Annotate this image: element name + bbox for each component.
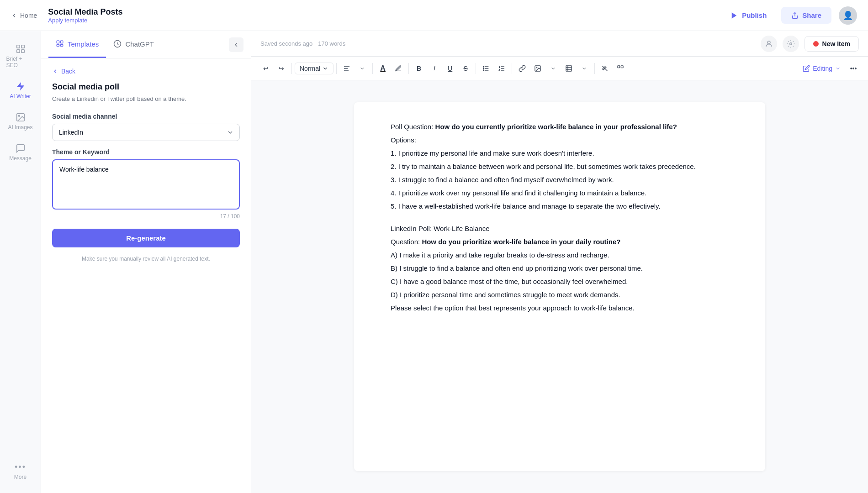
format-select[interactable]: Normal — [295, 63, 333, 74]
question-line: Question: How do you prioritize work-lif… — [391, 236, 729, 248]
table-button[interactable] — [561, 61, 576, 76]
title-group: Social Media Posts Apply template — [48, 7, 122, 24]
share-button[interactable]: Share — [781, 7, 831, 24]
sidebar-item-ai-images[interactable]: AI Images — [3, 107, 38, 136]
more-options-button[interactable] — [613, 61, 628, 76]
char-count: 17 / 100 — [52, 213, 240, 220]
avatar[interactable]: 👤 — [839, 6, 857, 25]
italic-button[interactable]: I — [427, 61, 442, 76]
save-status: Saved seconds ago — [260, 40, 312, 47]
home-label: Home — [20, 12, 37, 19]
settings-icon-button[interactable] — [783, 36, 799, 52]
panel-body: Back Social media poll Create a Linkedin… — [41, 58, 251, 493]
page-title: Social Media Posts — [48, 7, 122, 17]
word-count: 170 words — [318, 40, 345, 47]
linkedin-poll-title: LinkedIn Poll: Work-Life Balance — [391, 222, 729, 235]
svg-point-14 — [789, 42, 792, 45]
publish-label: Publish — [742, 11, 767, 19]
sidebar-item-ai-writer[interactable]: AI Writer — [3, 76, 38, 105]
undo-button[interactable]: ↩ — [259, 61, 273, 76]
sidebar-item-message[interactable]: Message — [3, 138, 38, 167]
redo-button[interactable]: ↪ — [274, 61, 289, 76]
toolbar-divider-1 — [291, 63, 292, 74]
toolbar-more-button[interactable]: ••• — [846, 61, 861, 76]
channel-select[interactable]: LinkedIn Twitter — [52, 124, 240, 141]
theme-label: Theme or Keyword — [52, 148, 240, 156]
new-item-button[interactable]: New Item — [804, 36, 859, 52]
apply-template-link[interactable]: Apply template — [48, 17, 122, 24]
strikethrough-button[interactable]: S — [458, 61, 473, 76]
svg-point-22 — [483, 68, 484, 69]
answer-b: B) I struggle to find a balance and ofte… — [391, 262, 729, 274]
panel-heading: Social media poll — [52, 82, 240, 92]
answer-a: A) I make it a priority and take regular… — [391, 249, 729, 261]
tab-chatgpt[interactable]: ChatGPT — [106, 31, 161, 58]
sidebar-item-brief-seo[interactable]: Brief + SEO — [3, 38, 38, 74]
regenerate-button[interactable]: Re-generate — [52, 229, 240, 247]
question-bold: How do you prioritize work-life balance … — [422, 238, 620, 246]
panel-collapse-button[interactable] — [229, 37, 243, 52]
sidebar-label-ai-images: AI Images — [8, 124, 32, 131]
new-item-label: New Item — [822, 40, 850, 47]
svg-point-21 — [483, 66, 484, 67]
toolbar-divider-3 — [372, 63, 373, 74]
publish-button[interactable]: Publish — [723, 8, 774, 23]
option-5: 5. I have a well-established work-life b… — [391, 200, 729, 212]
home-button[interactable]: Home — [11, 12, 37, 19]
table-dropdown-button[interactable] — [577, 61, 592, 76]
svg-point-7 — [18, 115, 20, 116]
share-label: Share — [802, 11, 821, 19]
poll-question-prefix: Poll Question: — [391, 123, 435, 131]
option-4: 4. I prioritize work over my personal li… — [391, 187, 729, 199]
toolbar-divider-2 — [336, 63, 337, 74]
image-dropdown-button[interactable] — [546, 61, 561, 76]
select-instruction: Please select the option that best repre… — [391, 302, 729, 314]
panel-desc: Create a Linkedin or Twitter poll based … — [52, 94, 240, 104]
user-icon-button[interactable] — [761, 36, 777, 52]
toolbar: ↩ ↪ Normal A B I U S — [251, 57, 868, 80]
tab-templates[interactable]: Templates — [48, 31, 106, 58]
svg-rect-4 — [21, 50, 24, 52]
image-button[interactable] — [530, 61, 545, 76]
align-dropdown-button[interactable] — [355, 61, 370, 76]
tab-templates-label: Templates — [68, 40, 99, 48]
sidebar-label-message: Message — [9, 155, 32, 162]
link-button[interactable] — [515, 61, 529, 76]
sidebar-item-more[interactable]: ••• More — [3, 457, 38, 486]
svg-marker-0 — [732, 12, 737, 19]
toolbar-divider-4 — [408, 63, 409, 74]
numbered-list-button[interactable] — [494, 61, 509, 76]
editor-area: Saved seconds ago 170 words New Item ↩ ↪… — [251, 31, 868, 493]
svg-point-23 — [483, 70, 484, 71]
underline-button[interactable]: U — [443, 61, 457, 76]
options-label: Options: — [391, 134, 729, 146]
align-left-button[interactable] — [339, 61, 354, 76]
svg-point-28 — [536, 67, 537, 68]
sidebar-label-brief-seo: Brief + SEO — [6, 56, 35, 68]
tab-chatgpt-label: ChatGPT — [125, 40, 154, 48]
format-label: Normal — [300, 65, 320, 72]
channel-label: Social media channel — [52, 113, 240, 120]
answer-d: D) I prioritize personal time and someti… — [391, 288, 729, 301]
editing-mode-button[interactable]: Editing — [798, 63, 845, 74]
bold-button[interactable]: B — [412, 61, 426, 76]
disclaimer-text: Make sure you manually review all AI gen… — [52, 255, 240, 263]
bullet-list-button[interactable] — [479, 61, 493, 76]
theme-textarea[interactable]: Work-life balance — [52, 159, 240, 210]
svg-rect-35 — [621, 66, 623, 68]
toolbar-divider-6 — [512, 63, 512, 74]
question-prefix: Question: — [391, 238, 422, 246]
back-button[interactable]: Back — [52, 68, 240, 75]
text-color-button[interactable]: A — [376, 61, 390, 76]
editor-content[interactable]: Poll Question: How do you currently prio… — [354, 102, 765, 471]
left-nav: Brief + SEO AI Writer AI Images Message … — [0, 31, 41, 493]
panel-tabs: Templates ChatGPT — [41, 31, 251, 58]
svg-rect-2 — [21, 45, 24, 48]
highlight-button[interactable] — [391, 61, 406, 76]
svg-rect-8 — [57, 41, 59, 43]
svg-rect-9 — [61, 41, 63, 43]
toolbar-divider-7 — [594, 63, 595, 74]
editor-scroll: Poll Question: How do you currently prio… — [251, 80, 868, 493]
svg-rect-10 — [57, 45, 59, 47]
clear-format-button[interactable] — [598, 61, 612, 76]
